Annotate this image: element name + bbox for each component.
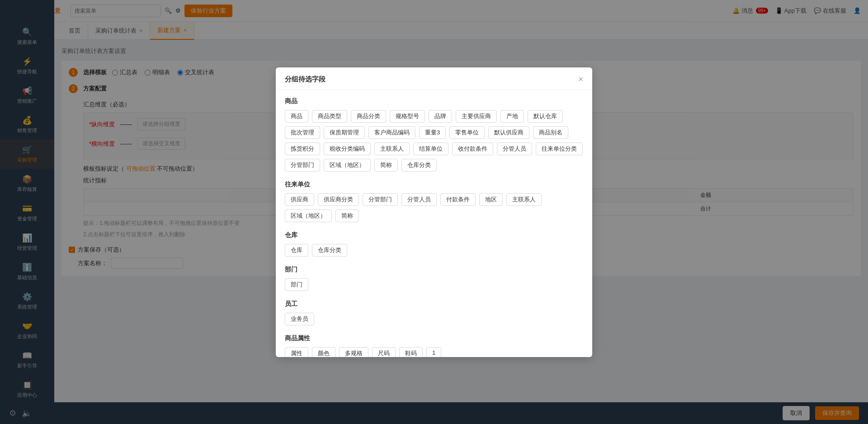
field-tag-1-2[interactable]: 分管部门: [363, 193, 398, 206]
modal-section-0: 商品商品商品类型商品分类规格型号品牌主要供应商产地默认仓库批次管理保质期管理客户…: [285, 97, 583, 172]
field-tag-0-5[interactable]: 主要供应商: [456, 110, 497, 123]
field-tag-1-1[interactable]: 供应商分类: [318, 193, 359, 206]
field-tag-0-9[interactable]: 保质期管理: [324, 126, 365, 139]
field-tag-0-20[interactable]: 分管人员: [497, 143, 532, 155]
field-tag-1-4[interactable]: 付款条件: [440, 193, 476, 206]
field-tag-1-0[interactable]: 供应商: [285, 193, 314, 206]
field-tag-0-8[interactable]: 批次管理: [285, 126, 320, 139]
field-tag-0-23[interactable]: 区域（地区）: [324, 159, 371, 172]
section-tags-1: 供应商供应商分类分管部门分管人员付款条件地区主联系人区域（地区）简称: [285, 193, 583, 222]
field-tag-0-16[interactable]: 税收分类编码: [324, 143, 371, 155]
field-tag-1-6[interactable]: 主联系人: [506, 193, 542, 206]
modal-close-button[interactable]: ×: [578, 75, 583, 84]
modal-title: 分组待选字段: [285, 75, 326, 84]
field-tag-2-0[interactable]: 仓库: [285, 244, 308, 257]
field-tag-0-15[interactable]: 拣货积分: [285, 143, 320, 155]
field-tag-0-14[interactable]: 商品别名: [533, 126, 568, 139]
section-tags-0: 商品商品类型商品分类规格型号品牌主要供应商产地默认仓库批次管理保质期管理客户商品…: [285, 110, 583, 172]
field-tag-0-25[interactable]: 仓库分类: [401, 159, 437, 172]
field-tag-0-7[interactable]: 默认仓库: [528, 110, 563, 123]
field-tag-5-3[interactable]: 尺码: [372, 347, 396, 357]
field-tag-5-2[interactable]: 多规格: [339, 347, 368, 357]
modal-section-1: 往来单位供应商供应商分类分管部门分管人员付款条件地区主联系人区域（地区）简称: [285, 181, 583, 222]
field-tag-0-24[interactable]: 简称: [374, 159, 398, 172]
field-tag-1-3[interactable]: 分管人员: [401, 193, 437, 206]
field-tag-0-4[interactable]: 品牌: [429, 110, 452, 123]
modal-overlay: 分组待选字段 × 商品商品商品类型商品分类规格型号品牌主要供应商产地默认仓库批次…: [0, 0, 868, 424]
field-tag-5-0[interactable]: 属性: [285, 347, 308, 357]
field-tag-0-11[interactable]: 重量3: [419, 126, 446, 139]
field-tag-1-7[interactable]: 区域（地区）: [285, 210, 332, 222]
field-tag-5-4[interactable]: 鞋码: [399, 347, 423, 357]
section-tags-2: 仓库仓库分类: [285, 244, 583, 257]
section-title-0: 商品: [285, 97, 583, 105]
section-title-4: 员工: [285, 300, 583, 308]
section-title-2: 仓库: [285, 231, 583, 239]
field-tag-0-2[interactable]: 商品分类: [351, 110, 386, 123]
field-tag-0-6[interactable]: 产地: [500, 110, 524, 123]
section-title-1: 往来单位: [285, 181, 583, 189]
field-tag-0-12[interactable]: 零售单位: [449, 126, 485, 139]
section-title-5: 商品属性: [285, 334, 583, 343]
modal-section-4: 员工业务员: [285, 300, 583, 325]
modal-header: 分组待选字段 ×: [276, 67, 592, 90]
field-tag-1-8[interactable]: 简称: [335, 210, 359, 222]
modal-section-2: 仓库仓库仓库分类: [285, 231, 583, 257]
modal-section-5: 商品属性属性颜色多规格尺码鞋码1: [285, 334, 583, 357]
section-title-3: 部门: [285, 266, 583, 274]
field-tag-0-3[interactable]: 规格型号: [390, 110, 425, 123]
field-tag-0-13[interactable]: 默认供应商: [488, 126, 529, 139]
field-tag-1-5[interactable]: 地区: [479, 193, 503, 206]
field-tag-2-1[interactable]: 仓库分类: [312, 244, 347, 257]
field-tag-5-1[interactable]: 颜色: [312, 347, 335, 357]
section-tags-5: 属性颜色多规格尺码鞋码1: [285, 347, 583, 357]
field-tag-0-21[interactable]: 往来单位分类: [536, 143, 583, 155]
modal-dialog: 分组待选字段 × 商品商品商品类型商品分类规格型号品牌主要供应商产地默认仓库批次…: [276, 67, 592, 357]
field-tag-0-10[interactable]: 客户商品编码: [368, 126, 415, 139]
field-tag-4-0[interactable]: 业务员: [285, 313, 314, 325]
modal-body[interactable]: 商品商品商品类型商品分类规格型号品牌主要供应商产地默认仓库批次管理保质期管理客户…: [276, 90, 592, 357]
section-tags-3: 部门: [285, 278, 583, 291]
modal-section-3: 部门部门: [285, 266, 583, 291]
field-tag-0-1[interactable]: 商品类型: [312, 110, 347, 123]
field-tag-3-0[interactable]: 部门: [285, 278, 308, 291]
field-tag-0-17[interactable]: 主联系人: [374, 143, 410, 155]
field-tag-0-18[interactable]: 结算单位: [413, 143, 448, 155]
field-tag-0-19[interactable]: 收付款条件: [452, 143, 493, 155]
field-tag-5-5[interactable]: 1: [426, 347, 441, 357]
field-tag-0-0[interactable]: 商品: [285, 110, 308, 123]
section-tags-4: 业务员: [285, 313, 583, 325]
field-tag-0-22[interactable]: 分管部门: [285, 159, 320, 172]
